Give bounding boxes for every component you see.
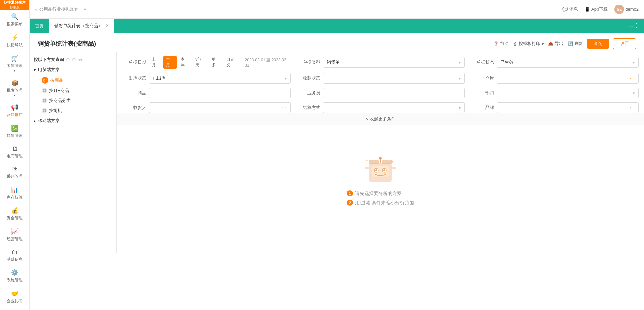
template-print-label: 按模板打印 <box>519 41 540 47</box>
tree-item-by-goods[interactable]: 按 按商品 <box>30 75 116 86</box>
filter-item-brand: 品牌 ··· <box>470 102 639 113</box>
out-status-value: 已出库 <box>153 75 166 81</box>
tab-maximize-icon[interactable]: ⛶ <box>636 23 641 29</box>
refresh-action[interactable]: 🔄 刷新 <box>568 41 583 47</box>
dept-label: 部门 <box>470 90 497 96</box>
user-item[interactable]: Ea demo2 <box>614 5 639 14</box>
bill-type-label: 单据类型 <box>296 59 323 65</box>
tab-close-icon[interactable]: ✕ <box>106 23 109 28</box>
tree-item-by-month-goods[interactable]: 回 按月+商品 <box>30 86 116 96</box>
tab-minimize-icon[interactable]: — <box>629 23 634 29</box>
message-item[interactable]: 💬 消息 <box>562 6 578 12</box>
template-print-action[interactable]: 🖨 按模板打印 ▾ <box>513 41 544 47</box>
sidebar-item-marketing[interactable]: 📢 营销推广 <box>0 100 30 121</box>
sidebar-item-enterprise[interactable]: 🤝 企业协同 <box>0 287 30 307</box>
sales-icon: 💹 <box>11 124 18 132</box>
filter-item-receiver: 收货人 ··· <box>122 102 291 113</box>
sidebar-item-label: 搜索菜单 <box>7 21 23 27</box>
nav-dropdown[interactable]: ▾ <box>84 7 86 12</box>
date-tab-last-month[interactable]: 上月 <box>149 56 162 69</box>
right-content: 单据日期 上月 本月 本年 近7天 更多 自定义 2023-03-01 至 20… <box>117 52 644 253</box>
warehouse-input[interactable]: ··· <box>497 73 639 84</box>
date-tab-7days[interactable]: 近7天 <box>193 56 208 69</box>
dept-input[interactable]: ▾ <box>497 88 639 98</box>
sidebar-item-label: 库存核算 <box>7 195 23 200</box>
sidebar-item-ecommerce[interactable]: 🖥 电商管理 <box>0 142 30 162</box>
bill-status-value: 已生效 <box>500 59 514 65</box>
sidebar-item-wholesale[interactable]: 📦 批发管理 ▴ <box>0 76 30 100</box>
filter-row-2: 出库状态 已出库 ▾ 收款状态 ▾ <box>122 73 639 84</box>
bill-type-input[interactable]: 销货单 ▾ <box>323 57 465 68</box>
filter-row-1: 单据日期 上月 本月 本年 近7天 更多 自定义 2023-03-01 至 20… <box>122 56 639 69</box>
tree-node-icon: 回 <box>42 108 47 113</box>
date-range-text: 2023-03-01 至 2023-03-31 <box>245 57 291 68</box>
sidebar-item-sales[interactable]: 💹 销售管理 <box>0 121 30 142</box>
sidebar-item-finance[interactable]: 💰 资金管理 <box>0 204 30 224</box>
date-tab-this-year[interactable]: 本年 <box>178 56 191 69</box>
app-download-item[interactable]: 📱 App下载 <box>585 6 608 12</box>
date-tab-custom[interactable]: 自定义 <box>224 56 241 69</box>
filter-item-out-status: 出库状态 已出库 ▾ <box>122 73 291 84</box>
filter-item-warehouse: 仓库 ··· <box>470 73 639 84</box>
collect-status-arrow: ▾ <box>459 76 461 81</box>
goods-input[interactable]: ··· <box>149 88 291 98</box>
collect-status-input[interactable]: ▾ <box>323 73 465 84</box>
sidebar-item-basic[interactable]: 🗂 基础信息 <box>0 245 30 266</box>
page-header-actions: ❓ 帮助 🖨 按模板打印 ▾ 📤 导出 🔄 刷新 <box>493 38 636 49</box>
date-tab-this-month[interactable]: 本月 <box>163 56 176 69</box>
salesman-input[interactable]: ··· <box>323 88 465 98</box>
tree-expand-icon: ▸ <box>34 118 36 123</box>
sidebar-item-system[interactable]: ⚙️ 系统管理 <box>0 266 30 287</box>
left-panel-header: 按以下方案查询 ⊕ ⊙ ≪ <box>30 55 116 65</box>
page-inner: 销货单统计表(按商品) ❓ 帮助 🖨 按模板打印 ▾ 📤 导出 <box>30 33 644 310</box>
page-title: 销货单统计表(按商品) <box>38 40 493 48</box>
collapse-bar[interactable]: ∧ 收起更多条件 <box>117 113 644 125</box>
purchase-icon: 🛍 <box>12 166 18 173</box>
brand-input[interactable]: ··· <box>497 102 639 113</box>
help-label: 帮助 <box>500 41 509 47</box>
edit-scheme-icon[interactable]: ⊙ <box>72 57 76 62</box>
collapse-panel-icon[interactable]: ≪ <box>78 57 83 62</box>
tree-parent-pc[interactable]: ▾ 电脑端方案 <box>30 65 116 75</box>
salesman-label: 业务员 <box>296 90 323 96</box>
collect-status-label: 收款状态 <box>296 75 323 81</box>
home-tab-label: 首页 <box>35 23 44 29</box>
date-filter-group: 上月 本月 本年 近7天 更多 自定义 2023-03-01 至 2023-03… <box>149 56 291 69</box>
collapse-label: ∧ 收起更多条件 <box>365 116 396 121</box>
empty-tips: 1 请先选择要分析的方案 2 用[过滤]条件来缩小分析范围 <box>347 189 414 207</box>
query-button[interactable]: 查询 <box>587 39 609 49</box>
sidebar-item-search[interactable]: 🔍 搜索菜单 <box>0 10 30 31</box>
sidebar-item-label: 经营管理 <box>7 236 23 242</box>
logo-text: 畅捷通好生意 <box>4 0 26 5</box>
tab-sales-report[interactable]: 销货单统计表（按商品） ✕ <box>49 19 114 33</box>
sidebar-item-label: 营销推广 <box>7 112 23 118</box>
export-action[interactable]: 📤 导出 <box>548 41 564 47</box>
sidebar-item-purchase[interactable]: 🛍 采购管理 <box>0 162 30 183</box>
tree-node-icon: 按 <box>42 77 48 84</box>
sidebar-item-operations[interactable]: 📈 经营管理 <box>0 224 30 245</box>
system-icon: ⚙️ <box>11 269 18 276</box>
tab-home[interactable]: 首页 <box>30 19 49 33</box>
out-status-input[interactable]: 已出库 ▾ <box>149 73 291 84</box>
warehouse-dots: ··· <box>630 75 635 81</box>
tree-item-by-category[interactable]: 回 按商品分类 <box>30 96 116 106</box>
tree-item-label: 按月+商品 <box>49 88 69 94</box>
empty-tip-1: 1 请先选择要分析的方案 <box>347 189 414 198</box>
settings-button[interactable]: 设置 <box>613 38 636 49</box>
salesman-dots: ··· <box>455 90 461 96</box>
help-action[interactable]: ❓ 帮助 <box>493 41 509 47</box>
tree-item-by-driver[interactable]: 回 按司机 <box>30 106 116 116</box>
add-scheme-icon[interactable]: ⊕ <box>66 57 70 62</box>
tree-parent-mobile[interactable]: ▸ 移动端方案 <box>30 116 116 126</box>
main-area: 办公用品行业模拟账套 ▾ 💬 消息 📱 App下载 Ea demo2 首页 销货… <box>30 0 644 310</box>
sidebar-item-newbie[interactable]: 🎯 新手引导 <box>0 307 30 310</box>
sidebar-item-inventory[interactable]: 📊 库存核算 <box>0 183 30 204</box>
receiver-input[interactable]: ··· <box>149 102 291 113</box>
tree-item-label: 按商品分类 <box>49 98 71 104</box>
sidebar-item-quick-nav[interactable]: ⚡ 快捷导航 <box>0 31 30 51</box>
help-icon: ❓ <box>493 41 499 46</box>
settle-input[interactable]: ▾ <box>323 102 465 113</box>
date-tab-more[interactable]: 更多 <box>209 56 222 69</box>
bill-status-input[interactable]: 已生效 ▾ <box>497 57 639 68</box>
sidebar-item-retail[interactable]: 🛒 零售管理 ▾ <box>0 51 30 76</box>
